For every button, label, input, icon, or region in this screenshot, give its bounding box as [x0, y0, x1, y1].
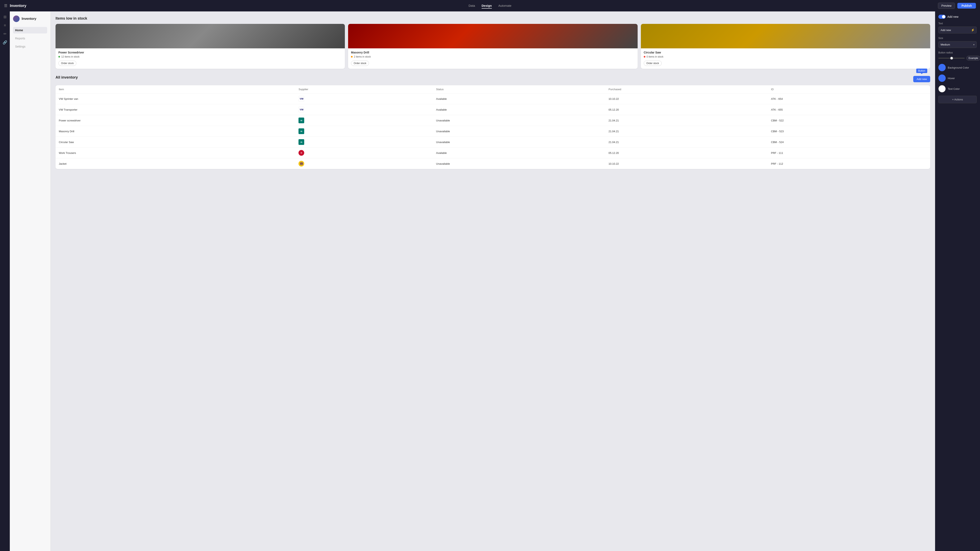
- bg-color-row[interactable]: Background Color: [939, 64, 977, 71]
- hover-color-swatch: [939, 75, 946, 82]
- text-color-swatch: [939, 85, 946, 92]
- table-header: Item Supplier Status Purchased ID: [56, 85, 930, 94]
- edit-icon[interactable]: ✏: [3, 32, 6, 36]
- cell-status: Available: [433, 94, 605, 104]
- cell-status: Available: [433, 104, 605, 115]
- all-inventory-title: All inventory: [56, 75, 78, 79]
- preview-button[interactable]: Preview: [938, 3, 955, 9]
- cell-supplier: VW: [295, 94, 433, 104]
- cell-status: Available: [433, 148, 605, 158]
- table-row: Circular SawmUnavailable21.04.21CBM - 52…: [56, 137, 930, 148]
- cell-purchased: 05.12.20: [605, 104, 768, 115]
- order-btn-saw[interactable]: Order stock: [644, 60, 662, 66]
- panel-size-section: Size Medium ▾: [939, 37, 977, 48]
- text-input-field[interactable]: Add new ⚡: [939, 27, 977, 33]
- sidebar-item-home[interactable]: Home: [13, 27, 47, 33]
- cell-status: Unavailable: [433, 126, 605, 137]
- radius-section: Button radius Example: [939, 51, 977, 60]
- cell-id: PRF - 111: [768, 148, 930, 158]
- actions-button[interactable]: + Actions: [939, 96, 977, 103]
- order-btn-screwdriver[interactable]: Order stock: [58, 60, 76, 66]
- cell-purchased: 21.04.21: [605, 137, 768, 148]
- sidebar-item-reports[interactable]: Reports: [13, 35, 47, 41]
- publish-button[interactable]: Publish: [957, 3, 976, 9]
- card-status-screwdriver: 12 items in stock: [58, 55, 342, 58]
- size-label: Size: [939, 37, 977, 40]
- list-icon[interactable]: ≡: [4, 23, 6, 27]
- add-new-button[interactable]: Add new: [913, 76, 930, 82]
- app-logo: [13, 16, 20, 22]
- cards-grid: Power Screwdriver 12 items in stock Orde…: [56, 24, 930, 69]
- cell-id: ATK - 654: [768, 94, 930, 104]
- add-new-tooltip: Button: [916, 68, 928, 73]
- col-item: Item: [56, 85, 295, 94]
- cell-purchased: 10.10.22: [605, 158, 768, 169]
- supplier-logo: VW: [299, 107, 304, 113]
- card-status-drill: 2 items in stock: [351, 55, 635, 58]
- tab-design[interactable]: Design: [482, 3, 492, 9]
- tab-data[interactable]: Data: [469, 3, 475, 9]
- svg-text:VW: VW: [300, 108, 303, 111]
- card-circular-saw: Circular Saw 0 items in stock Order stoc…: [641, 24, 930, 69]
- add-new-overlay: Button Add new: [913, 76, 930, 82]
- cell-item: VW Sprinter van: [56, 94, 295, 104]
- card-status-saw: 0 items in stock: [644, 55, 928, 58]
- status-text-saw: 0 items in stock: [647, 55, 663, 58]
- table-row: Power screwdrivermUnavailable21.04.21CBM…: [56, 115, 930, 126]
- card-body-drill: Masonry Drill 2 items in stock Order sto…: [348, 48, 637, 69]
- order-btn-drill[interactable]: Order stock: [351, 60, 369, 66]
- radius-row: Example: [939, 56, 977, 60]
- svg-text:VW: VW: [300, 97, 303, 100]
- hover-color-row[interactable]: Hover: [939, 75, 977, 82]
- panel-add-new[interactable]: Add new: [939, 15, 977, 19]
- text-color-row[interactable]: Text Color: [939, 85, 977, 92]
- text-input-value: Add new: [940, 29, 951, 32]
- cell-item: Masonry Drill: [56, 126, 295, 137]
- card-body-screwdriver: Power Screwdriver 12 items in stock Orde…: [56, 48, 345, 69]
- status-dot-screwdriver: [58, 56, 60, 57]
- example-button[interactable]: Example: [966, 56, 980, 60]
- menu-icon[interactable]: ☰: [4, 3, 7, 8]
- col-supplier: Supplier: [295, 85, 433, 94]
- inventory-table-container: Item Supplier Status Purchased ID VW Spr…: [56, 85, 930, 169]
- sidebar-item-settings[interactable]: Settings: [13, 43, 47, 50]
- supplier-logo: m: [299, 118, 304, 123]
- app-sidebar-title: Inventory: [22, 17, 37, 21]
- content-area: Items low in stock Power Screwdriver 12 …: [51, 11, 935, 551]
- cell-purchased: 05.12.20: [605, 148, 768, 158]
- add-new-panel-label: Add new: [947, 15, 958, 18]
- supplier-logo: m: [299, 139, 304, 145]
- cell-supplier: m: [295, 137, 433, 148]
- card-img-drill: [348, 24, 637, 48]
- topbar: ☰ Inventory Data Design Automate Preview…: [0, 0, 980, 11]
- cell-supplier: 🐻: [295, 158, 433, 169]
- cell-item: Jacket: [56, 158, 295, 169]
- card-img-screwdriver: [56, 24, 345, 48]
- main-layout: ⊞ ≡ ✏ 🔗 Inventory Home Reports Settings …: [0, 11, 980, 551]
- status-text-drill: 2 items in stock: [354, 55, 371, 58]
- cell-status: Unavailable: [433, 137, 605, 148]
- col-status: Status: [433, 85, 605, 94]
- add-new-toggle[interactable]: [939, 15, 946, 19]
- radius-label: Button radius: [939, 51, 977, 54]
- topbar-nav: Data Design Automate: [49, 3, 931, 9]
- text-color-label: Text Color: [948, 87, 960, 91]
- bg-color-swatch: [939, 64, 946, 71]
- layout-icon[interactable]: ⊞: [3, 15, 6, 19]
- cell-supplier: m: [295, 126, 433, 137]
- col-id: ID: [768, 85, 930, 94]
- link-icon[interactable]: 🔗: [3, 40, 7, 45]
- cell-item: Work Trousers: [56, 148, 295, 158]
- cell-id: PRF - 112: [768, 158, 930, 169]
- radius-slider[interactable]: [939, 58, 965, 59]
- size-select[interactable]: Medium ▾: [939, 41, 977, 48]
- supplier-logo: VW: [299, 96, 304, 102]
- cell-id: CBM - 522: [768, 115, 930, 126]
- tab-automate[interactable]: Automate: [498, 3, 511, 9]
- cell-id: CBM - 523: [768, 126, 930, 137]
- text-label: Text: [939, 22, 977, 25]
- cell-status: Unavailable: [433, 158, 605, 169]
- card-title-screwdriver: Power Screwdriver: [58, 51, 342, 54]
- cell-id: ATK - 655: [768, 104, 930, 115]
- card-title-saw: Circular Saw: [644, 51, 928, 54]
